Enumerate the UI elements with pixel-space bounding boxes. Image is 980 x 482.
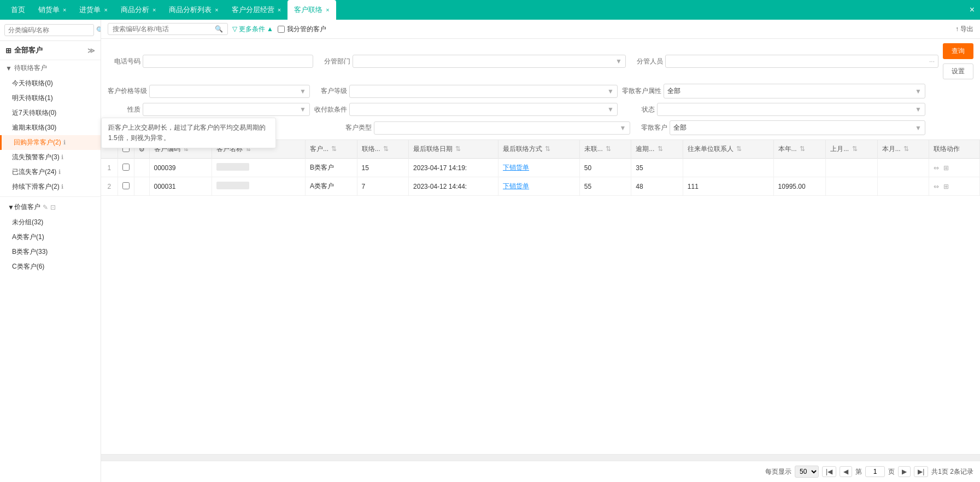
sort-this-month-icon[interactable]: ⇅	[903, 145, 909, 153]
col-this-year[interactable]: 本年... ⇅	[773, 140, 826, 159]
horizontal-scrollbar[interactable]	[101, 454, 980, 461]
sidebar-item-lost[interactable]: 已流失客户(24) ℹ	[0, 165, 101, 179]
sort-unit-contact-icon[interactable]: ⇅	[736, 145, 742, 153]
sidebar-item-abnormal[interactable]: 回购异常客户(2) ℹ	[0, 135, 101, 150]
page-number-input[interactable]	[865, 466, 885, 477]
payment-select[interactable]: ▼	[349, 103, 618, 116]
row1-unit-contact	[683, 159, 773, 177]
row2-type: A类客户	[305, 177, 357, 196]
col-uncontacted[interactable]: 未联... ⇅	[579, 140, 631, 159]
nav-home[interactable]: 首页	[4, 0, 32, 20]
col-this-month[interactable]: 本月... ⇅	[877, 140, 929, 159]
col-unit-contact[interactable]: 往来单位联系人 ⇅	[683, 140, 773, 159]
row2-last-method[interactable]: 下销货单	[498, 177, 580, 196]
sidebar-item-c-class[interactable]: C类客户(6)	[0, 259, 101, 274]
col-contact[interactable]: 联络... ⇅	[357, 140, 409, 159]
sidebar-search-input[interactable]	[4, 24, 94, 36]
phone-input[interactable]	[143, 55, 313, 68]
export-button[interactable]: ↑ 导出	[955, 25, 973, 34]
nav-product-analysis-list[interactable]: 商品分析列表 ×	[162, 0, 225, 20]
nav-product-analysis[interactable]: 商品分析 ×	[114, 0, 162, 20]
settings-value-icon[interactable]: ⊡	[50, 204, 56, 211]
close-product-analysis-list[interactable]: ×	[215, 7, 218, 13]
sidebar-item-a-class[interactable]: A类客户(1)	[0, 230, 101, 245]
search-icon[interactable]: 🔍	[215, 25, 223, 33]
customer-grade-select[interactable]: ▼	[349, 85, 618, 98]
sidebar-item-today[interactable]: 今天待联络(0)	[0, 76, 101, 91]
all-customers-section[interactable]: ⊞ 全部客户 ≫	[0, 41, 101, 60]
sort-last-method-icon[interactable]: ⇅	[545, 145, 550, 153]
sort-this-year-icon[interactable]: ⇅	[800, 145, 805, 153]
col-last-method[interactable]: 最后联络方式 ⇅	[498, 140, 580, 159]
close-customer-segment[interactable]: ×	[278, 7, 281, 13]
row2-link-icon[interactable]: ⇔	[934, 183, 939, 190]
customer-grade-label: 客户等级	[314, 86, 347, 96]
row1-overdue: 35	[631, 159, 683, 177]
customer-type-select[interactable]: ▼	[374, 121, 630, 135]
sidebar-item-tomorrow[interactable]: 明天待联络(1)	[0, 91, 101, 106]
more-conditions-btn[interactable]: ▽ 更多条件 ▲	[232, 25, 273, 34]
row2-checkbox[interactable]	[118, 177, 134, 196]
sidebar-item-declining[interactable]: 持续下滑客户(2) ℹ	[0, 179, 101, 194]
nav-sales-order[interactable]: 销货单 ×	[32, 0, 73, 20]
manager-select[interactable]: ···	[665, 55, 938, 68]
search-input[interactable]	[113, 25, 215, 33]
nav-purchase-order[interactable]: 进货单 ×	[73, 0, 114, 20]
retail-attr-select[interactable]: 全部 ▼	[664, 84, 925, 98]
value-group-title[interactable]: ▼ 价值客户 ✎ ⊡	[0, 199, 101, 215]
sidebar-item-ungrouped[interactable]: 未分组(32)	[0, 215, 101, 230]
nature-select[interactable]: ▼	[143, 103, 310, 116]
first-page-button[interactable]: |◀	[822, 466, 836, 477]
row2-grid-icon[interactable]: ⊞	[943, 183, 949, 190]
price-grade-select[interactable]: ▼	[149, 85, 310, 98]
row1-last-method[interactable]: 下销货单	[498, 159, 580, 177]
table-wrapper: ⚙ 客户编码 ⇅ 客户名称 ⇅ 客户... ⇅	[101, 140, 980, 454]
dept-select[interactable]: ▼	[353, 55, 626, 68]
filter-row-2: 客户价格等级 ▼ 客户等级 ▼ 零散客户属性 全部	[108, 84, 973, 98]
col-type[interactable]: 客户... ⇅	[305, 140, 357, 159]
sort-last-date-icon[interactable]: ⇅	[455, 145, 461, 153]
sort-type-icon[interactable]: ⇅	[331, 145, 337, 153]
settings-button[interactable]: 设置	[943, 63, 973, 79]
collapse-sidebar-btn[interactable]: ≫	[87, 47, 95, 55]
close-sales-order[interactable]: ×	[63, 7, 66, 13]
manager-dots[interactable]: ···	[929, 57, 935, 65]
chevron-up-icon: ▲	[267, 25, 273, 33]
col-last-date[interactable]: 最后联络日期 ⇅	[409, 140, 498, 159]
close-purchase-order[interactable]: ×	[104, 7, 107, 13]
nav-customer-segment[interactable]: 客户分层经营 ×	[225, 0, 287, 20]
my-customers-checkbox[interactable]: 我分管的客户	[278, 25, 326, 34]
prev-page-button[interactable]: ◀	[840, 466, 852, 477]
retail-attr-field: 零散客户属性 全部 ▼	[622, 84, 925, 98]
sort-uncontacted-icon[interactable]: ⇅	[606, 145, 611, 153]
close-product-analysis[interactable]: ×	[152, 7, 156, 13]
sidebar-item-overdue[interactable]: 逾期未联络(30)	[0, 120, 101, 135]
per-page-select[interactable]: 50	[795, 466, 819, 478]
window-close-button[interactable]: ×	[970, 5, 975, 15]
row1-grid-icon[interactable]: ⊞	[943, 164, 949, 172]
row1-checkbox[interactable]	[118, 159, 134, 177]
sort-overdue-icon[interactable]: ⇅	[658, 145, 663, 153]
sidebar-item-b-class[interactable]: B类客户(33)	[0, 245, 101, 259]
sort-last-month-icon[interactable]: ⇅	[852, 145, 858, 153]
page-label: 第	[855, 467, 862, 477]
col-overdue[interactable]: 逾期... ⇅	[631, 140, 683, 159]
sidebar-item-lost-warning[interactable]: 流失预警客户(3) ℹ	[0, 150, 101, 165]
sidebar-item-7days[interactable]: 近7天待联络(0)	[0, 106, 101, 120]
close-customer-contact[interactable]: ×	[326, 7, 329, 13]
retail-customer-select[interactable]: 全部 ▼	[670, 120, 926, 135]
edit-value-icon[interactable]: ✎	[43, 204, 48, 211]
last-page-button[interactable]: ▶|	[914, 466, 928, 477]
nature-arrow: ▼	[300, 106, 306, 113]
row1-this-year	[773, 159, 826, 177]
my-customers-check[interactable]	[278, 26, 285, 33]
status-select[interactable]: ▼	[657, 103, 925, 116]
sort-contact-icon[interactable]: ⇅	[383, 145, 389, 153]
sidebar-search-icon[interactable]: 🔍	[96, 26, 101, 34]
nav-customer-contact[interactable]: 客户联络 ×	[287, 0, 336, 20]
row1-link-icon[interactable]: ⇔	[934, 164, 939, 172]
pending-group-title[interactable]: ▼ 待联络客户	[0, 60, 101, 76]
next-page-button[interactable]: ▶	[898, 466, 911, 477]
query-button[interactable]: 查询	[943, 43, 973, 59]
col-last-month[interactable]: 上月... ⇅	[826, 140, 878, 159]
